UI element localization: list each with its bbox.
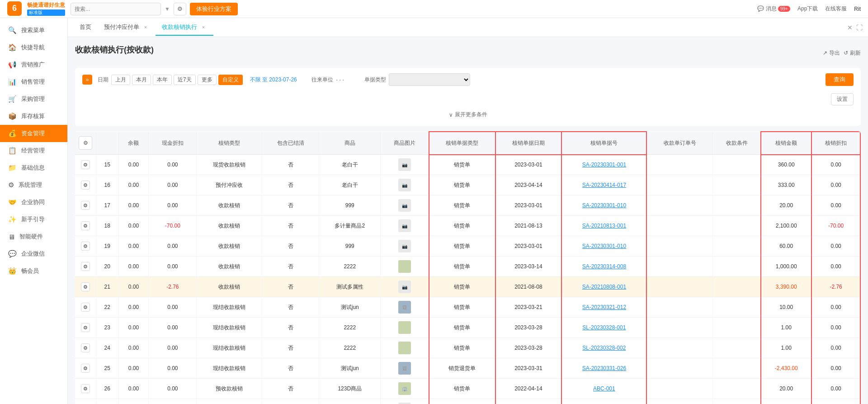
expand-conditions-btn[interactable]: ∨ 展开更多条件 xyxy=(82,109,854,120)
row-settings-icon[interactable]: ⚙ xyxy=(81,181,90,190)
row-settings-icon[interactable]: ⚙ xyxy=(81,242,90,251)
cell-bill-report-type: 销货单 xyxy=(429,318,495,338)
cell-balance: 0.00 xyxy=(118,155,149,175)
row-settings-icon[interactable]: ⚙ xyxy=(81,282,90,291)
row-settings-icon[interactable]: ⚙ xyxy=(81,364,90,373)
cell-gear[interactable]: ⚙ xyxy=(75,155,96,175)
close-window-icon[interactable]: ✕ xyxy=(847,24,853,31)
search-input[interactable] xyxy=(71,3,161,15)
tab-prepay[interactable]: 预付冲应付单 × xyxy=(98,19,156,36)
page-actions: ↗ 导出 ↺ 刷新 xyxy=(823,49,861,57)
tab-prepay-close[interactable]: × xyxy=(142,24,149,31)
cell-bill-report-no[interactable]: SA-20230414-017 xyxy=(561,175,646,195)
cell-bill-report-no[interactable]: ABC-001 xyxy=(561,379,646,399)
cell-seq: 21 xyxy=(96,277,119,297)
tab-collection-close[interactable]: × xyxy=(200,24,207,31)
date-btn-last-month[interactable]: 上月 xyxy=(111,75,130,85)
sidebar-item-inventory[interactable]: 📦库存核算 xyxy=(0,108,67,125)
date-btn-custom[interactable]: 自定义 xyxy=(218,75,243,85)
cell-gear[interactable]: ⚙ xyxy=(75,195,96,216)
sidebar-item-guide[interactable]: ✨新手引导 xyxy=(0,211,67,228)
maximize-icon[interactable]: ⛶ xyxy=(856,24,863,31)
cell-bill-report-no[interactable]: SA-20230301-010 xyxy=(561,195,646,216)
cell-balance: 0.00 xyxy=(118,379,149,399)
cell-gear[interactable]: ⚙ xyxy=(75,175,96,195)
cell-gear[interactable]: ⚙ xyxy=(75,216,96,236)
date-btn-this-month[interactable]: 本月 xyxy=(132,75,151,85)
tab-collection[interactable]: 收款核销执行 × xyxy=(156,19,213,36)
cell-bill-report-date: 2022-04-14 xyxy=(495,379,562,399)
cell-seq: 24 xyxy=(96,338,119,358)
cell-write-off-discount: 0.00 xyxy=(811,399,860,404)
column-settings-icon[interactable]: ⚙ xyxy=(79,136,92,150)
sidebar-item-purchase[interactable]: 🛒采购管理 xyxy=(0,90,67,108)
cell-bill-report-no[interactable]: SA-20230321-012 xyxy=(561,297,646,318)
sidebar-item-system[interactable]: ⚙系统管理 xyxy=(0,176,67,194)
row-settings-icon[interactable]: ⚙ xyxy=(81,201,90,210)
cell-bill-report-type: 销货单 xyxy=(429,257,495,277)
cell-receipt-order-no xyxy=(646,175,712,195)
export-btn[interactable]: ↗ 导出 xyxy=(823,49,840,57)
sidebar-item-search[interactable]: 🔍搜索菜单 xyxy=(0,22,67,39)
row-settings-icon[interactable]: ⚙ xyxy=(81,303,90,312)
cell-bill-report-no[interactable]: SL-20230408-001 xyxy=(561,399,646,404)
cell-seq: 18 xyxy=(96,216,119,236)
row-settings-icon[interactable]: ⚙ xyxy=(81,384,90,393)
row-settings-icon[interactable]: ⚙ xyxy=(81,160,90,169)
sidebar-item-sales[interactable]: 📊销售管理 xyxy=(0,73,67,90)
cell-bill-report-no[interactable]: SA-20230301-001 xyxy=(561,155,646,175)
sidebar-icon-system: ⚙ xyxy=(8,181,14,189)
cell-bill-report-no[interactable]: SA-20230301-010 xyxy=(561,236,646,257)
row-settings-icon[interactable]: ⚙ xyxy=(81,343,90,352)
user-name[interactable]: Rit xyxy=(854,6,861,12)
filter-settings-btn[interactable]: 设置 xyxy=(831,93,854,105)
cell-gear[interactable]: ⚙ xyxy=(75,236,96,257)
date-btn-more[interactable]: 更多 xyxy=(198,75,217,85)
app-download-link[interactable]: App下载 xyxy=(797,5,818,13)
filter-bar: » 日期 上月 本月 本年 近7天 更多 自定义 不限 至 2023-07-26 xyxy=(75,68,861,126)
bill-type-select[interactable] xyxy=(389,73,470,86)
row-settings-icon[interactable]: ⚙ xyxy=(81,221,90,230)
cell-gear[interactable]: ⚙ xyxy=(75,257,96,277)
cell-bill-report-no[interactable]: SL-20230328-001 xyxy=(561,318,646,338)
tab-home[interactable]: 首页 xyxy=(73,19,98,36)
cell-goods-image: 📷 xyxy=(381,236,429,257)
cell-gear[interactable]: ⚙ xyxy=(75,358,96,379)
sidebar-item-basic[interactable]: 📁基础信息 xyxy=(0,159,67,176)
dropdown-arrow-icon[interactable]: ▼ xyxy=(165,6,170,12)
sidebar-item-wechat[interactable]: 💬企业微信 xyxy=(0,245,67,262)
cell-write-off-type: 预付冲应收 xyxy=(197,175,262,195)
settings-icon[interactable]: ⚙ xyxy=(174,3,186,15)
filter-expand-btn[interactable]: » xyxy=(82,75,92,85)
cell-gear[interactable]: ⚙ xyxy=(75,379,96,399)
notice-area[interactable]: 💬 消息 99+ xyxy=(757,5,790,13)
cell-bill-report-no[interactable]: SA-20230314-008 xyxy=(561,257,646,277)
sidebar-item-quicknav[interactable]: 🏠快捷导航 xyxy=(0,39,67,56)
cell-gear[interactable]: ⚙ xyxy=(75,338,96,358)
industry-btn[interactable]: 体验行业方案 xyxy=(190,3,238,15)
cell-gear[interactable]: ⚙ xyxy=(75,318,96,338)
date-btn-this-year[interactable]: 本年 xyxy=(153,75,172,85)
sidebar-item-collab[interactable]: 🤝企业协同 xyxy=(0,194,67,211)
online-support-link[interactable]: 在线客服 xyxy=(825,5,847,13)
cell-gear[interactable]: ⚙ xyxy=(75,297,96,318)
cell-bill-report-no[interactable]: SA-20210808-001 xyxy=(561,277,646,297)
sidebar-item-operations[interactable]: 📋经营管理 xyxy=(0,142,67,159)
query-btn[interactable]: 查询 xyxy=(826,73,854,86)
col-header-gear[interactable]: ⚙ xyxy=(75,132,96,155)
sidebar-item-member[interactable]: 👑畅会员 xyxy=(0,262,67,280)
refresh-btn[interactable]: ↺ 刷新 xyxy=(844,49,861,57)
cell-gear[interactable]: ⚙ xyxy=(75,277,96,297)
cell-receipt-condition xyxy=(712,297,761,318)
cell-bill-report-no[interactable]: SA-20230331-026 xyxy=(561,358,646,379)
sidebar-item-hardware[interactable]: 🖥智能硬件 xyxy=(0,228,67,245)
cell-gear[interactable]: ⚙ xyxy=(75,399,96,404)
row-settings-icon[interactable]: ⚙ xyxy=(81,323,90,332)
sidebar-item-finance[interactable]: 💰资金管理 xyxy=(0,125,67,142)
row-settings-icon[interactable]: ⚙ xyxy=(81,262,90,271)
cell-bill-report-no[interactable]: SL-20230328-002 xyxy=(561,338,646,358)
date-btn-7days[interactable]: 近7天 xyxy=(174,75,196,85)
table-row: ⚙ 23 0.00 0.00 现结收款核销 否 2222 销货单 2023-03… xyxy=(75,318,860,338)
sidebar-item-marketing[interactable]: 📢营销推广 xyxy=(0,56,67,73)
cell-bill-report-no[interactable]: SA-20210813-001 xyxy=(561,216,646,236)
